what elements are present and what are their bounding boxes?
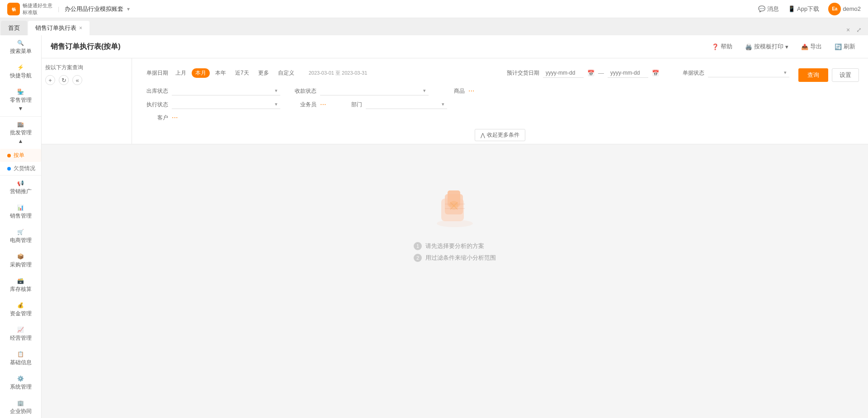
settings-button[interactable]: 设置 xyxy=(832,68,859,82)
tab-sales-order[interactable]: 销售订单执行表 × xyxy=(28,21,90,35)
filter-panel: 按以下方案查询 + ↻ « xyxy=(42,58,868,144)
search-icon: 🔍 xyxy=(17,40,24,46)
wholesale-arrow-icon: ▲ xyxy=(18,138,24,144)
cal-start-icon[interactable]: 📅 xyxy=(587,70,594,76)
add-icon: + xyxy=(48,77,52,84)
user-menu[interactable]: Ea demo2 xyxy=(828,3,861,15)
filter-group-customer: 客户 ··· xyxy=(141,114,178,122)
date-btn-custom[interactable]: 自定义 xyxy=(274,68,298,78)
message-button[interactable]: 💬 消息 xyxy=(758,5,779,13)
tab-close-icon[interactable]: × xyxy=(79,25,82,31)
department-select[interactable]: ▾ xyxy=(366,100,447,109)
template-print-button[interactable]: 🖨️ 按模板打印 ▾ xyxy=(741,41,792,52)
date-btn-7days[interactable]: 近7天 xyxy=(231,68,253,78)
date-buttons: 上月 本月 本年 近7天 更多 自定义 xyxy=(172,68,298,78)
sidebar-item-sales[interactable]: 📊 销售管理 xyxy=(0,200,41,224)
top-bar-left: 畅 畅捷通好生意 标准版 | 办公用品行业模拟账套 ▾ xyxy=(7,2,130,15)
system-icon: ⚙️ xyxy=(17,375,24,382)
step-1-num: 1 xyxy=(414,242,422,250)
product-more-button[interactable]: ··· xyxy=(468,87,474,95)
tabs-bar: 首页 销售订单执行表 × × ⤢ xyxy=(0,18,868,35)
refresh-button[interactable]: 🔄 刷新 xyxy=(831,41,859,52)
filter-form-area: 单据日期 上月 本月 本年 近7天 更多 自定义 2023-03-01 至 20… xyxy=(132,58,868,144)
sidebar-item-purchase[interactable]: 📦 采购管理 xyxy=(0,249,41,273)
sidebar-item-enterprise[interactable]: 🏢 企业协同 xyxy=(0,395,41,418)
empty-illustration xyxy=(428,180,482,235)
help-icon: ❓ xyxy=(712,43,719,50)
filter-row-2: 出库状态 ▾ 收款状态 ▾ 商品 xyxy=(141,86,859,95)
exec-status-select[interactable]: ▾ xyxy=(172,100,280,109)
collapse-more-area: ⋀ 收起更多条件 xyxy=(141,126,859,144)
export-button[interactable]: 📤 导出 xyxy=(797,41,826,52)
filter-group-product: 商品 ··· xyxy=(438,87,474,95)
enterprise-icon: 🏢 xyxy=(17,400,24,406)
sidebar-group-wholesale: 🏬 批发管理 ▲ 按单 欠货情况 xyxy=(0,117,41,176)
print-dropdown-icon[interactable]: ▾ xyxy=(785,43,788,50)
purchase-icon: 📦 xyxy=(17,253,24,260)
filter-group-expected-date: 预计交货日期 📅 — 📅 xyxy=(507,68,659,78)
sidebar-item-quick-nav[interactable]: ⚡ 快捷导航 xyxy=(0,60,41,84)
filter-group-department: 部门 ▾ xyxy=(335,100,447,109)
filter-group-doc-status: 单据状态 ▾ xyxy=(677,68,789,77)
basic-icon: 📋 xyxy=(17,351,24,357)
expected-date-start-input[interactable] xyxy=(543,68,584,78)
logo-area: 畅 畅捷通好生意 标准版 xyxy=(7,2,52,15)
sidebar-item-finance[interactable]: 💰 资金管理 xyxy=(0,298,41,322)
filter-side-actions: + ↻ « xyxy=(45,75,128,85)
doc-status-select[interactable]: ▾ xyxy=(708,68,789,77)
delivery-status-select[interactable]: ▾ xyxy=(172,86,280,95)
empty-step-2: 2 用过滤条件来缩小分析范围 xyxy=(414,254,496,262)
date-btn-more[interactable]: 更多 xyxy=(255,68,273,78)
sidebar-item-marketing[interactable]: 📢 营销推广 xyxy=(0,176,41,200)
date-btn-current-year[interactable]: 本年 xyxy=(212,68,230,78)
help-button[interactable]: ❓ 帮助 xyxy=(708,41,736,52)
collapse-more-button[interactable]: ⋀ 收起更多条件 xyxy=(475,129,525,141)
salesperson-more-button[interactable]: ··· xyxy=(320,100,326,109)
filter-group-date: 单据日期 上月 本月 本年 近7天 更多 自定义 xyxy=(141,68,298,78)
add-scheme-button[interactable]: + xyxy=(45,75,55,85)
sidebar-item-wholesale[interactable]: 🏬 批发管理 ▲ xyxy=(0,117,41,149)
sidebar-item-ops[interactable]: 📈 经营管理 xyxy=(0,322,41,347)
page-title: 销售订单执行表(按单) xyxy=(51,42,121,52)
sidebar-item-search[interactable]: 🔍 搜索菜单 xyxy=(0,35,41,60)
date-btn-current-month[interactable]: 本月 xyxy=(192,68,210,78)
marketing-icon: 📢 xyxy=(17,180,24,186)
sidebar-sub-item-shortage[interactable]: 欠货情况 xyxy=(0,162,41,175)
date-label: 单据日期 xyxy=(141,69,168,77)
filter-group-salesperson: 业务员 ··· xyxy=(289,100,326,109)
export-icon: 📤 xyxy=(801,43,808,50)
retail-arrow-icon: ▼ xyxy=(18,105,24,112)
sidebar-item-system[interactable]: ⚙️ 系统管理 xyxy=(0,371,41,395)
filter-row-3: 执行状态 ▾ 业务员 ··· 部门 ▾ xyxy=(141,100,859,109)
collapse-side-button[interactable]: « xyxy=(72,75,82,85)
nav-dropdown-icon[interactable]: ▾ xyxy=(127,6,130,12)
cal-end-icon[interactable]: 📅 xyxy=(652,70,659,76)
sidebar-sub-item-order[interactable]: 按单 xyxy=(0,149,41,162)
window-close-button[interactable]: × xyxy=(844,26,852,33)
main-layout: 🔍 搜索菜单 ⚡ 快捷导航 🏪 零售管理 ▼ 🏬 批发管理 ▲ 按单 xyxy=(0,35,868,418)
refresh-scheme-button[interactable]: ↻ xyxy=(59,75,69,85)
collection-status-select[interactable]: ▾ xyxy=(320,86,429,95)
expected-date-end-input[interactable] xyxy=(608,68,648,78)
tab-home[interactable]: 首页 xyxy=(1,21,27,35)
sidebar-item-retail[interactable]: 🏪 零售管理 ▼ xyxy=(0,84,41,116)
collection-arrow-icon: ▾ xyxy=(423,88,426,94)
sidebar-item-inventory[interactable]: 🗃️ 库存核算 xyxy=(0,273,41,298)
filter-group-exec: 执行状态 ▾ xyxy=(141,100,280,109)
date-btn-last-month[interactable]: 上月 xyxy=(172,68,190,78)
app-download-button[interactable]: 📱 App下载 xyxy=(788,5,819,13)
empty-state: 1 请先选择要分析的方案 2 用过滤条件来缩小分析范围 xyxy=(42,144,868,298)
query-button[interactable]: 查询 xyxy=(798,68,828,82)
logo-icon: 畅 xyxy=(7,3,20,15)
sidebar-item-basic[interactable]: 📋 基础信息 xyxy=(0,347,41,371)
sidebar-group-retail: 🏪 零售管理 ▼ xyxy=(0,84,41,117)
window-maximize-button[interactable]: ⤢ xyxy=(855,26,863,33)
sidebar-item-ecom[interactable]: 🛒 电商管理 xyxy=(0,224,41,249)
message-icon: 💬 xyxy=(758,5,765,12)
date-range-display: 2023-03-01 至 2023-03-31 xyxy=(309,70,368,76)
nav-title[interactable]: 办公用品行业模拟账套 xyxy=(65,5,123,13)
page-actions: ❓ 帮助 🖨️ 按模板打印 ▾ 📤 导出 🔄 刷新 xyxy=(708,41,859,52)
ecom-icon: 🛒 xyxy=(17,229,24,235)
customer-more-button[interactable]: ··· xyxy=(172,114,178,122)
refresh-icon: 🔄 xyxy=(835,43,842,50)
